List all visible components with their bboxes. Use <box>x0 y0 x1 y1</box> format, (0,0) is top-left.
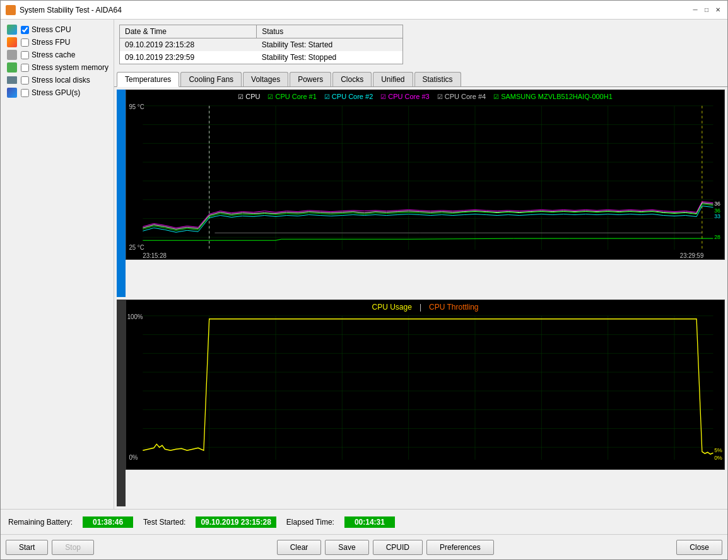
stress-cpu-checkbox[interactable] <box>21 26 29 34</box>
button-bar: Start Stop Clear Save CPUID Preferences … <box>1 534 727 559</box>
svg-text:100%: 100% <box>127 313 143 320</box>
stress-memory-label: Stress system memory <box>32 63 109 72</box>
usage-title: CPU Usage <box>372 303 412 312</box>
test-started-label: Test Started: <box>143 518 185 527</box>
tab-statistics[interactable]: Statistics <box>414 72 461 86</box>
legend-core3-check: ☑ <box>380 93 386 100</box>
tab-bar: Temperatures Cooling Fans Voltages Power… <box>114 69 727 87</box>
temp-chart-legend: ☑ CPU ☑ CPU Core #1 ☑ CPU Core #2 <box>126 93 724 100</box>
stress-gpu-checkbox[interactable] <box>21 89 29 97</box>
stress-cpu-label: Stress CPU <box>32 25 71 34</box>
tabs-container: Temperatures Cooling Fans Voltages Power… <box>114 69 727 509</box>
fpu-icon <box>6 37 18 47</box>
stop-button[interactable]: Stop <box>52 540 94 555</box>
title-bar-left: System Stability Test - AIDA64 <box>6 5 122 15</box>
usage-chart-legend: CPU Usage | CPU Throttling <box>126 303 724 312</box>
svg-text:0%: 0% <box>129 453 138 461</box>
maximize-button[interactable]: □ <box>702 6 711 15</box>
usage-divider: | <box>420 303 421 312</box>
stress-disk-label: Stress local disks <box>32 76 90 85</box>
charts-area: ☑ CPU ☑ CPU Core #1 ☑ CPU Core #2 <box>114 87 727 509</box>
svg-text:25 °C: 25 °C <box>129 244 144 252</box>
tab-clocks[interactable]: Clocks <box>332 72 372 86</box>
temp-chart-svg: 95 °C 25 °C 23:15:28 23:29:59 <box>126 90 724 259</box>
legend-core4: ☑ CPU Core #4 <box>437 93 486 100</box>
save-button[interactable]: Save <box>325 540 368 555</box>
test-started-value: 09.10.2019 23:15:28 <box>196 516 276 528</box>
cpuid-button[interactable]: CPUID <box>373 540 423 555</box>
stress-disk-checkbox[interactable] <box>21 76 29 85</box>
status-bar: Remaining Battery: 01:38:46 Test Started… <box>1 509 727 534</box>
sidebar-indicator <box>117 90 126 297</box>
temp-chart-row: ☑ CPU ☑ CPU Core #1 ☑ CPU Core #2 <box>117 90 725 297</box>
title-bar-controls: ─ □ ✕ <box>691 6 722 15</box>
legend-core3-label: CPU Core #3 <box>388 93 429 100</box>
stress-cache-item: Stress cache <box>6 50 109 60</box>
status-table: Date & Time Status 09.10.2019 23:15:28 S… <box>119 25 403 64</box>
usage-chart-svg: 100% 0% 5% 0% <box>126 300 724 469</box>
tab-voltages[interactable]: Voltages <box>243 72 288 86</box>
minimize-button[interactable]: ─ <box>691 6 700 15</box>
legend-samsung-label: SAMSUNG MZVLB512HAIQ-000H1 <box>501 93 613 100</box>
legend-samsung: ☑ SAMSUNG MZVLB512HAIQ-000H1 <box>493 93 613 100</box>
left-buttons: Start Stop <box>6 540 94 555</box>
table-row: 09.10.2019 23:15:28 Stability Test: Star… <box>120 38 403 52</box>
tab-powers[interactable]: Powers <box>290 72 331 86</box>
table-row: 09.10.2019 23:29:59 Stability Test: Stop… <box>120 51 403 64</box>
svg-rect-27 <box>126 300 724 469</box>
tab-temperatures[interactable]: Temperatures <box>117 72 179 87</box>
close-button[interactable]: Close <box>676 540 722 555</box>
status-table-container: Date & Time Status 09.10.2019 23:15:28 S… <box>114 20 727 69</box>
legend-cpu-label: CPU <box>245 93 260 100</box>
window-title: System Stability Test - AIDA64 <box>20 6 122 15</box>
elapsed-label: Elapsed Time: <box>286 518 334 527</box>
start-button[interactable]: Start <box>6 540 48 555</box>
content-row: Stress CPU Stress FPU Stress cache <box>1 20 727 509</box>
close-window-button[interactable]: ✕ <box>713 6 722 15</box>
svg-text:23:15:28: 23:15:28 <box>143 252 167 259</box>
stress-cpu-item: Stress CPU <box>6 25 109 35</box>
svg-text:95 °C: 95 °C <box>129 103 144 110</box>
usage-chart-container: CPU Usage | CPU Throttling <box>126 300 725 470</box>
svg-rect-0 <box>126 90 724 259</box>
aida64-icon <box>6 5 16 15</box>
svg-text:28: 28 <box>714 234 720 241</box>
battery-value: 01:38:46 <box>83 516 133 528</box>
datetime-header: Date & Time <box>120 25 257 38</box>
stress-cache-checkbox[interactable] <box>21 51 29 59</box>
legend-cpu-check: ☑ <box>238 93 244 100</box>
stress-fpu-label: Stress FPU <box>32 38 70 47</box>
stress-memory-item: Stress system memory <box>6 62 109 73</box>
status-header: Status <box>257 25 403 38</box>
middle-buttons: Clear Save CPUID Preferences <box>277 540 494 555</box>
right-column: Date & Time Status 09.10.2019 23:15:28 S… <box>114 20 727 509</box>
svg-text:5%: 5% <box>714 446 722 453</box>
clear-button[interactable]: Clear <box>277 540 322 555</box>
status-cell-2: Stability Test: Stopped <box>257 51 403 64</box>
legend-core1-check: ☑ <box>267 93 273 100</box>
legend-core1: ☑ CPU Core #1 <box>267 93 316 100</box>
legend-core2: ☑ CPU Core #2 <box>324 93 373 100</box>
preferences-button[interactable]: Preferences <box>426 540 494 555</box>
stress-fpu-checkbox[interactable] <box>21 38 29 47</box>
elapsed-value: 00:14:31 <box>344 516 395 528</box>
legend-core1-label: CPU Core #1 <box>275 93 316 100</box>
temp-chart-container: ☑ CPU ☑ CPU Core #1 ☑ CPU Core #2 <box>126 90 725 260</box>
throttling-title: CPU Throttling <box>429 303 478 312</box>
stress-gpu-label: Stress GPU(s) <box>32 88 80 97</box>
legend-samsung-check: ☑ <box>493 93 499 100</box>
stress-fpu-item: Stress FPU <box>6 37 109 47</box>
gpu-icon <box>6 88 18 98</box>
datetime-cell-2: 09.10.2019 23:29:59 <box>120 51 257 64</box>
main-window: System Stability Test - AIDA64 ─ □ ✕ Str… <box>0 0 728 560</box>
stress-memory-checkbox[interactable] <box>21 64 29 72</box>
svg-text:0%: 0% <box>714 454 722 461</box>
tab-unified[interactable]: Unified <box>373 72 413 86</box>
cpu-icon <box>6 25 18 35</box>
disk-icon <box>6 75 18 85</box>
legend-core2-check: ☑ <box>324 93 330 100</box>
usage-sidebar <box>117 300 126 507</box>
tab-cooling-fans[interactable]: Cooling Fans <box>180 72 242 86</box>
battery-label: Remaining Battery: <box>8 518 73 527</box>
cache-icon <box>6 50 18 60</box>
